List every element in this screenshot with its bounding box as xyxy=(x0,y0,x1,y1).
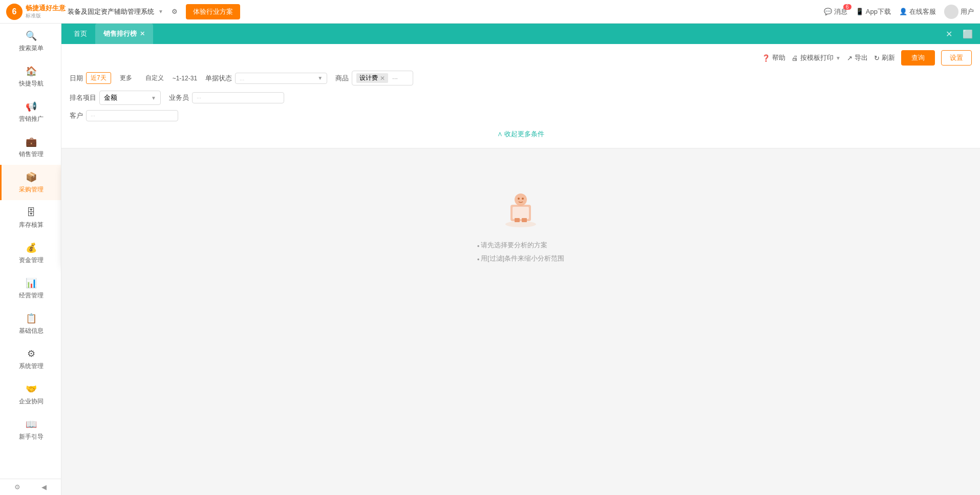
filter-row-3: 客户 ··· xyxy=(70,110,972,121)
logo-area: 6 畅捷通好生意 标准版 xyxy=(6,4,68,20)
guide-icon: 📖 xyxy=(25,418,37,431)
salesperson-select[interactable]: ··· xyxy=(192,92,284,103)
product-more-dots[interactable]: ··· xyxy=(392,74,398,82)
sidebar-item-finance[interactable]: 💰 资金管理 xyxy=(0,235,61,271)
rank-dropdown: ▼ xyxy=(151,95,156,101)
sidebar-label-system: 系统管理 xyxy=(19,362,44,371)
main-layout: 🔍 搜索菜单 🏠 快捷导航 📢 营销推广 💼 销售管理 📦 采购管理 🛒 xyxy=(0,24,980,495)
operations-icon: 📊 xyxy=(25,277,37,289)
empty-tip-1: 请先选择要分析的方案 xyxy=(477,239,564,252)
inventory-icon: 🗄 xyxy=(25,206,37,219)
online-service-action[interactable]: 👤 在线客服 xyxy=(899,7,936,16)
message-badge: 6 xyxy=(843,4,851,10)
date-options: 近7天 更多 自定义 ~1-12-31 xyxy=(86,72,197,84)
filter-row-1: 日期 近7天 更多 自定义 ~1-12-31 单据状态 ... ▼ xyxy=(70,71,972,85)
phone-icon: 📱 xyxy=(856,8,864,15)
help-icon: ❓ xyxy=(762,54,770,62)
system-title: 装备及固定资产辅助管理系统 xyxy=(68,7,154,16)
sidebar-label-enterprise: 企业协同 xyxy=(19,397,44,406)
header-settings-btn[interactable]: ⚙ xyxy=(167,5,182,19)
user-action[interactable]: 用户 xyxy=(944,5,974,19)
header-middle: 装备及固定资产辅助管理系统 ▼ ⚙ 体验行业方案 xyxy=(68,4,824,19)
brand-name: 畅捷通好生意 xyxy=(26,4,66,13)
sidebar-item-system[interactable]: ⚙ 系统管理 xyxy=(0,341,61,377)
refresh-btn[interactable]: ↻ 刷新 xyxy=(874,53,895,62)
date-opt-custom[interactable]: 自定义 xyxy=(141,72,168,84)
customer-select[interactable]: ··· xyxy=(86,110,178,121)
query-btn[interactable]: 查询 xyxy=(901,50,935,66)
date-opt-more[interactable]: 更多 xyxy=(115,72,137,84)
sidebar-label-quick-nav: 快捷导航 xyxy=(19,79,44,88)
svg-point-3 xyxy=(515,193,527,206)
rank-label: 排名项目 xyxy=(70,93,96,102)
message-icon: 💬 xyxy=(824,8,832,15)
sidebar-settings-btn[interactable]: ⚙ xyxy=(14,483,20,491)
content-area: 首页 销售排行榜 ✕ ✕ ⬜ ❓ 帮助 xyxy=(61,24,980,495)
sidebar-label-marketing: 营销推广 xyxy=(19,115,44,123)
app-download-label: App下载 xyxy=(866,7,891,16)
tab-home[interactable]: 首页 xyxy=(66,24,95,44)
message-action[interactable]: 💬 消息 6 xyxy=(824,7,847,16)
system-dropdown-arrow[interactable]: ▼ xyxy=(158,9,163,14)
sidebar-label-search: 搜索菜单 xyxy=(19,44,44,53)
sidebar-item-quick-nav[interactable]: 🏠 快捷导航 xyxy=(0,59,61,94)
print-dropdown-icon[interactable]: ▼ xyxy=(836,55,841,61)
sidebar-item-sales[interactable]: 💼 销售管理 xyxy=(0,130,61,165)
base-info-icon: 📋 xyxy=(25,312,37,325)
header-right: 💬 消息 6 📱 App下载 👤 在线客服 用户 xyxy=(824,5,974,19)
page-content: ❓ 帮助 🖨 按模板打印 ▼ ↗ 导出 ↻ 刷新 xyxy=(61,44,980,495)
salesperson-label: 业务员 xyxy=(169,93,189,102)
sidebar-label-base-info: 基础信息 xyxy=(19,327,44,335)
sidebar-item-guide[interactable]: 📖 新手引导 xyxy=(0,412,61,447)
filter-bar: ❓ 帮助 🖨 按模板打印 ▼ ↗ 导出 ↻ 刷新 xyxy=(61,44,980,148)
product-label: 商品 xyxy=(335,74,349,83)
tab-close-all-btn[interactable]: ✕ xyxy=(943,28,955,40)
export-icon: ↗ xyxy=(847,54,853,62)
help-btn[interactable]: ❓ 帮助 xyxy=(762,53,785,62)
voucher-status-label: 单据状态 xyxy=(205,74,232,83)
filter-product: 商品 设计费 ✕ ··· xyxy=(335,71,413,85)
tab-bar: 首页 销售排行榜 ✕ ✕ ⬜ xyxy=(61,24,980,44)
sidebar-bottom: ⚙ ◀ xyxy=(0,479,61,495)
rank-select[interactable]: 金额 ▼ xyxy=(99,91,161,105)
export-btn[interactable]: ↗ 导出 xyxy=(847,53,868,62)
sidebar-item-purchase[interactable]: 📦 采购管理 🛒 采购业务 采购订单 历史 xyxy=(0,165,61,200)
svg-rect-2 xyxy=(513,207,529,219)
tab-maximize-btn[interactable]: ⬜ xyxy=(960,28,976,40)
sidebar-collapse-btn[interactable]: ◀ xyxy=(41,483,47,491)
tab-close-btn[interactable]: ✕ xyxy=(140,30,145,37)
collapse-icon: ∧ xyxy=(497,130,503,138)
sidebar-item-search[interactable]: 🔍 搜索菜单 xyxy=(0,24,61,59)
print-btn[interactable]: 🖨 按模板打印 ▼ xyxy=(792,53,841,62)
settings-filter-btn[interactable]: 设置 xyxy=(941,50,972,66)
tag-close-design[interactable]: ✕ xyxy=(380,75,385,82)
sidebar-label-inventory: 库存核算 xyxy=(19,221,44,229)
sidebar-label-guide: 新手引导 xyxy=(19,433,44,441)
empty-tips: 请先选择要分析的方案 用[过滤]条件来缩小分析范围 xyxy=(477,239,564,265)
date-label: 日期 xyxy=(70,74,83,83)
sidebar-item-base-info[interactable]: 📋 基础信息 xyxy=(0,306,61,341)
finance-icon: 💰 xyxy=(25,242,37,254)
tab-bar-actions: ✕ ⬜ xyxy=(943,28,976,40)
trial-btn[interactable]: 体验行业方案 xyxy=(186,4,240,19)
sidebar-item-enterprise[interactable]: 🤝 企业协同 xyxy=(0,377,61,412)
collapse-bar[interactable]: ∧ 收起更多条件 xyxy=(70,126,972,142)
sidebar: 🔍 搜索菜单 🏠 快捷导航 📢 营销推广 💼 销售管理 📦 采购管理 🛒 xyxy=(0,24,61,495)
filter-salesperson: 业务员 ··· xyxy=(169,92,284,103)
svg-rect-6 xyxy=(515,218,520,222)
product-select[interactable]: 设计费 ✕ ··· xyxy=(352,71,413,85)
tab-sales-rank[interactable]: 销售排行榜 ✕ xyxy=(95,24,153,44)
sub-label: 标准版 xyxy=(26,12,66,19)
sidebar-item-operations[interactable]: 📊 经营管理 xyxy=(0,271,61,306)
empty-state: 请先选择要分析的方案 用[过滤]条件来缩小分析范围 xyxy=(61,148,980,306)
print-icon: 🖨 xyxy=(792,54,798,62)
voucher-status-select[interactable]: ... ▼ xyxy=(235,73,327,84)
sidebar-label-purchase: 采购管理 xyxy=(19,185,44,194)
top-header: 6 畅捷通好生意 标准版 装备及固定资产辅助管理系统 ▼ ⚙ 体验行业方案 💬 … xyxy=(0,0,980,24)
sidebar-item-marketing[interactable]: 📢 营销推广 xyxy=(0,94,61,130)
app-download-action[interactable]: 📱 App下载 xyxy=(856,7,891,16)
svg-point-4 xyxy=(518,198,520,200)
sidebar-item-inventory[interactable]: 🗄 库存核算 xyxy=(0,200,61,235)
filter-rank: 排名项目 金额 ▼ xyxy=(70,91,161,105)
date-opt-7d[interactable]: 近7天 xyxy=(86,72,111,84)
